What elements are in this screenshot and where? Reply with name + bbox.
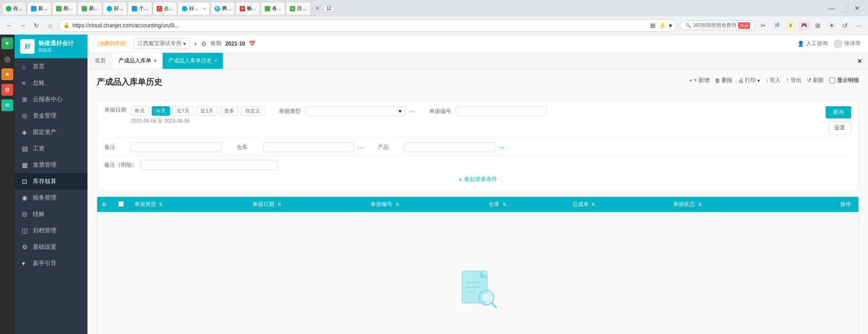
sun-icon[interactable]: ☀ (826, 20, 837, 31)
sidebar-item-tax[interactable]: ◉ 税务管理 (15, 190, 87, 206)
product-input[interactable] (404, 142, 495, 152)
sidebar-item-inventory[interactable]: ⊡ 库存核算 (15, 173, 87, 190)
undo-icon[interactable]: ↺ (840, 20, 851, 31)
th-check[interactable] (113, 197, 130, 212)
game-icon[interactable]: 🎮 (799, 20, 810, 31)
breadcrumb-tab-0[interactable]: 产成品入库单 × (113, 53, 163, 69)
chevron-down-icon[interactable]: ▾ (669, 22, 672, 29)
company-settings-icon[interactable]: ⚙ (201, 40, 207, 47)
browser-tab-t8[interactable]: 好... × (178, 2, 210, 15)
browser-tab-t9[interactable]: 腾 腾... (211, 2, 235, 15)
browser-tab-t5[interactable]: 好... (103, 2, 127, 15)
browser-tab-t1[interactable]: 在... (2, 2, 26, 15)
warehouse-input[interactable] (263, 142, 354, 152)
breadcrumb-close-icon[interactable]: ✕ (857, 57, 868, 65)
sidebar-item-home[interactable]: ⌂ 首页 (15, 58, 87, 75)
breadcrumb-tab-close-1[interactable]: × (215, 58, 217, 63)
show-cols-toggle[interactable]: 显示明细 (829, 77, 859, 84)
forward-button[interactable]: → (17, 20, 28, 31)
sidebar-item-payroll[interactable]: ▤ 工资 (15, 140, 87, 157)
breadcrumb-tab-close-0[interactable]: × (154, 58, 157, 63)
refresh-button[interactable]: ↺ 刷新 (807, 77, 824, 84)
window-minimize-button[interactable]: — (826, 3, 837, 14)
refresh-button[interactable]: ↻ (31, 20, 42, 31)
sidebar-item-invoice[interactable]: ▦ 发票管理 (15, 157, 87, 173)
th-status[interactable]: 单据状态 ⇅ (668, 197, 786, 212)
quickbar-app-icon[interactable]: ✦ (1, 37, 13, 49)
type-select[interactable]: ▾ (305, 106, 406, 116)
apps-icon[interactable]: ⊞ (812, 20, 823, 31)
browser-search-box[interactable]: 🔍 360智能抠图免费用 热搜 (680, 21, 755, 30)
warehouse-dots[interactable]: ··· (358, 144, 363, 151)
sidebar-item-more[interactable]: ▾ 新手引导 (15, 255, 87, 272)
sidebar-item-fixed-assets[interactable]: ◈ 固定资产 (15, 124, 87, 140)
number-input[interactable] (456, 106, 547, 116)
sidebar-item-archive[interactable]: ◫ 归档管理 (15, 222, 87, 239)
browser-tab-t10[interactable]: M 畅... (236, 2, 260, 15)
browser-tab-t3[interactable]: 易... (52, 2, 77, 15)
product-dots[interactable]: ··· (499, 144, 504, 151)
print-button[interactable]: 🖨 打印 ▾ (738, 77, 760, 84)
date-btn-1month[interactable]: 近1月 (196, 106, 217, 116)
breadcrumb-tab-1[interactable]: 产成品入库单历史 × (163, 53, 223, 69)
ai-consult-button[interactable]: 👤 人工咨询 (797, 40, 828, 47)
browser-tab-t12[interactable]: S 目... (286, 2, 310, 15)
scissors-icon[interactable]: ✂ (758, 20, 769, 31)
quickbar-icon-2[interactable]: ★ (1, 68, 13, 80)
breadcrumb-home[interactable]: 首页 (87, 53, 113, 69)
new-tab-button[interactable]: + (311, 2, 324, 15)
add-company-button[interactable]: + (194, 40, 197, 47)
date-btn-more[interactable]: 更多 (220, 106, 238, 116)
export-button[interactable]: ↑ 导出 (786, 77, 801, 84)
back-button[interactable]: ← (4, 20, 15, 31)
browser-tab-t4[interactable]: 易... (77, 2, 102, 15)
more-icon[interactable]: ··· (853, 20, 864, 31)
period-calendar-icon[interactable]: 📅 (249, 41, 256, 47)
note-input[interactable] (131, 142, 222, 152)
select-all-checkbox[interactable] (118, 201, 124, 207)
date-btn-custom[interactable]: 自定义 (241, 106, 264, 116)
grid-icon[interactable]: ⊞ (650, 22, 656, 29)
address-bar[interactable]: 🔒 https://cloud.chanjet.com/accounting/u… (58, 19, 677, 32)
browser-tab-t11[interactable]: 各... (261, 2, 285, 15)
th-total-cost[interactable]: 总成本 ⇅ (568, 197, 668, 212)
quickbar-icon-1[interactable]: ◎ (1, 53, 13, 65)
collapse-button[interactable]: ∧ 收起更多条件 (458, 174, 497, 185)
sidebar-item-report[interactable]: ⊞ 云报表中心 (15, 91, 87, 108)
window-maximize-button[interactable]: ⬜ (839, 3, 850, 14)
note-detail-input[interactable] (141, 160, 277, 170)
th-warehouse[interactable]: 仓库 ⇅ (484, 197, 568, 212)
th-date[interactable]: 单据日期 ⇅ (248, 197, 366, 212)
sidebar-item-settings[interactable]: ⚙ 基础设置 (15, 239, 87, 255)
query-button[interactable]: 查询 (826, 106, 851, 118)
th-gear[interactable]: ⚙ (97, 197, 113, 212)
browser-tab-t2[interactable]: 新... (27, 2, 51, 15)
translate-icon[interactable]: 译 (771, 20, 782, 31)
lightning-icon[interactable]: ⚡ (658, 22, 666, 29)
type-dots[interactable]: ··· (409, 108, 415, 115)
th-type[interactable]: 单据类型 ⇅ (130, 197, 248, 212)
date-btn-yesterday[interactable]: 昨天 (131, 106, 149, 116)
window-close-button[interactable]: ✕ (852, 3, 863, 14)
company-selector[interactable]: 江西服宝测试专用 ▾ (134, 38, 190, 49)
user-profile[interactable]: 徐泽华 (833, 39, 861, 48)
sidebar-item-ledger[interactable]: ≡ 总账 (15, 75, 87, 91)
browser-tab-t7[interactable]: C 企... (153, 2, 177, 15)
sidebar-item-finance[interactable]: ◎ 资金管理 (15, 108, 87, 124)
quickbar-icon-3[interactable]: 微 (1, 84, 13, 96)
show-cols-checkbox[interactable] (829, 77, 835, 83)
sidebar-item-checkout[interactable]: ⊟ 结账 (15, 206, 87, 222)
tab-close-t8[interactable]: × (203, 6, 205, 11)
browser-tab-t6[interactable]: 个... (128, 2, 152, 15)
th-number[interactable]: 单据编号 ⇅ (366, 197, 484, 212)
date-btn-7days[interactable]: 近7天 (173, 106, 194, 116)
import-button[interactable]: ↓ 导入 (765, 77, 781, 84)
date-btn-today[interactable]: 今天 (152, 106, 170, 116)
yuan-icon[interactable]: ¥ (785, 20, 796, 31)
add-button[interactable]: + + 新增 (689, 77, 709, 84)
refresh-label: ↺ 刷新 (807, 77, 824, 84)
setting-button[interactable]: 设置 (828, 121, 851, 134)
quickbar-icon-4[interactable]: ✉ (1, 99, 13, 111)
delete-button[interactable]: 🗑 删除 (715, 77, 733, 84)
home-button[interactable]: ⌂ (45, 20, 56, 31)
